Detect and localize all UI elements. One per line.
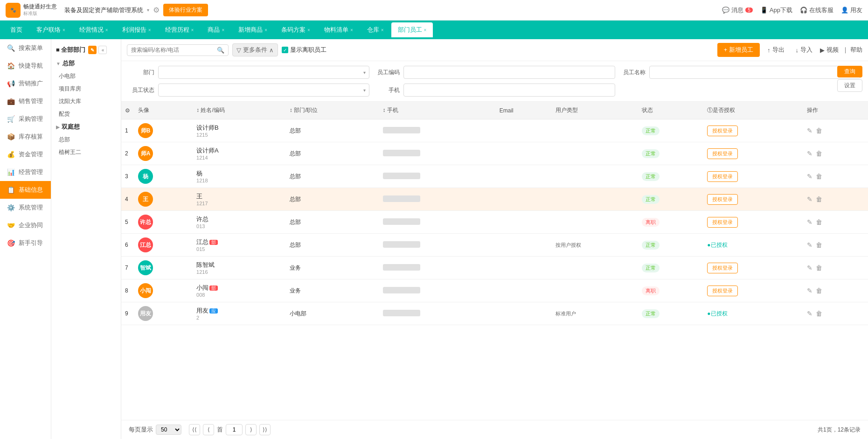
edit-icon[interactable]: ✎ [807, 150, 812, 157]
th-phone[interactable]: ↕ 手机 [379, 102, 496, 119]
tab-close-icon[interactable]: × [222, 28, 224, 33]
delete-icon[interactable]: 🗑 [816, 287, 822, 294]
auth-btn[interactable]: 授权登录 [707, 194, 738, 205]
left-nav-item-enterprise[interactable]: 🤝企业协同 [0, 216, 51, 234]
left-nav-item-search[interactable]: 🔍搜索菜单 [0, 39, 51, 57]
phone-input[interactable] [403, 84, 615, 97]
left-nav-item-inventory[interactable]: 📦库存核算 [0, 128, 51, 146]
user-area[interactable]: 👤 用友 [841, 6, 862, 14]
export-btn[interactable]: ↑ 导出 [764, 44, 788, 56]
dept-edit-icon[interactable]: ✎ [88, 46, 97, 54]
dept-item-xiaodianbu[interactable]: 小电部 [51, 70, 121, 83]
delete-icon[interactable]: 🗑 [816, 195, 822, 203]
dept-item-zhishuwanger[interactable]: 植树王二 [51, 146, 121, 159]
page-number-input[interactable] [226, 424, 243, 435]
auth-btn[interactable]: 授权登录 [707, 171, 738, 182]
code-input[interactable] [403, 66, 615, 79]
edit-icon[interactable]: ✎ [807, 173, 812, 180]
delete-icon[interactable]: 🗑 [816, 150, 822, 157]
import-btn[interactable]: ↓ 导入 [792, 44, 817, 56]
show-resigned-check[interactable]: ✓ 显示离职员工 [282, 46, 326, 54]
view-btn[interactable]: ▶ 视频 [820, 46, 839, 54]
dept-group-shuangtingxiang[interactable]: ▶ 双庭想 [51, 120, 121, 133]
left-nav-item-system[interactable]: ⚙️系统管理 [0, 199, 51, 216]
edit-icon[interactable]: ✎ [807, 264, 812, 272]
dept-item-shenyangdaku[interactable]: 沈阳大库 [51, 95, 121, 108]
delete-icon[interactable]: 🗑 [816, 310, 822, 317]
prev-page-btn[interactable]: ⟨ [203, 424, 214, 435]
left-nav-item-basicinfo[interactable]: 📋基础信息 [0, 181, 51, 199]
edit-icon[interactable]: ✎ [807, 218, 812, 226]
left-nav-item-guide[interactable]: 🎯新手引导 [0, 234, 51, 252]
tab-close-icon[interactable]: × [105, 28, 108, 33]
delete-icon[interactable]: 🗑 [816, 218, 822, 226]
auth-btn[interactable]: 授权登录 [707, 286, 738, 296]
status-select[interactable] [158, 84, 369, 97]
auth-btn[interactable]: 授权登录 [707, 125, 738, 136]
left-nav-item-sales[interactable]: 💼销售管理 [0, 92, 51, 110]
delete-icon[interactable]: 🗑 [816, 241, 822, 249]
tab-close-icon[interactable]: × [264, 28, 267, 33]
nav-tab-客户联络[interactable]: 客户联络 × [30, 22, 72, 37]
nav-tab-条码方案[interactable]: 条码方案 × [275, 22, 317, 37]
auth-btn[interactable]: 授权登录 [707, 217, 738, 228]
dept-item-xiangmukufang[interactable]: 项目库房 [51, 83, 121, 95]
dept-group-zongbu[interactable]: ▼ 总部 [51, 57, 121, 70]
tab-close-icon[interactable]: × [191, 28, 194, 33]
search-input[interactable] [131, 47, 215, 53]
nav-tab-首页[interactable]: 首页 [4, 22, 29, 37]
system-dropdown-icon[interactable]: ▾ [147, 7, 149, 13]
edit-icon[interactable]: ✎ [807, 241, 812, 249]
tab-close-icon[interactable]: × [424, 28, 427, 33]
next-page-btn[interactable]: ⟩ [245, 424, 257, 435]
nav-tab-利润报告[interactable]: 利润报告 × [116, 22, 158, 37]
first-page-btn[interactable]: ⟨⟨ [189, 424, 200, 435]
trial-btn[interactable]: 体验行业方案 [163, 4, 208, 16]
nav-tab-经营情况[interactable]: 经营情况 × [73, 22, 115, 37]
tab-close-icon[interactable]: × [381, 28, 384, 33]
left-nav-item-purchase[interactable]: 🛒采购管理 [0, 110, 51, 128]
help-btn[interactable]: ｜ 帮助 [842, 46, 862, 54]
delete-icon[interactable]: 🗑 [816, 264, 822, 272]
add-employee-btn[interactable]: + 新增员工 [717, 43, 760, 57]
edit-icon[interactable]: ✎ [807, 310, 812, 317]
left-nav-item-quicknav[interactable]: 🏠快捷导航 [0, 57, 51, 75]
online-service-btn[interactable]: 🎧 在线客服 [800, 6, 833, 14]
edit-icon[interactable]: ✎ [807, 195, 812, 203]
query-btn[interactable]: 查询 [837, 66, 862, 77]
nav-tab-部门员工[interactable]: 部门员工 × [391, 22, 433, 37]
name-input[interactable] [649, 66, 861, 79]
dept-item-peihuo[interactable]: 配货 [51, 108, 121, 120]
dept-item-zongbu2[interactable]: 总部 [51, 133, 121, 146]
th-settings[interactable]: ⚙ [121, 102, 134, 119]
app-download-btn[interactable]: 📱 App下载 [760, 6, 792, 14]
dept-select[interactable] [158, 66, 369, 79]
tab-close-icon[interactable]: × [350, 28, 353, 33]
auth-btn[interactable]: 授权登录 [707, 263, 738, 273]
th-name[interactable]: ↕ 姓名/编码 [193, 102, 286, 119]
left-nav-item-finance[interactable]: 💰资金管理 [0, 146, 51, 163]
auth-btn[interactable]: 授权登录 [707, 148, 738, 159]
tab-close-icon[interactable]: × [148, 28, 151, 33]
nav-tab-仓库[interactable]: 仓库 × [361, 22, 390, 37]
nav-tab-新增商品[interactable]: 新增商品 × [232, 22, 274, 37]
per-page-select[interactable]: 50 100 200 [156, 425, 181, 435]
dept-collapse-btn[interactable]: « [98, 46, 107, 54]
delete-icon[interactable]: 🗑 [816, 173, 822, 180]
nav-tab-经营历程[interactable]: 经营历程 × [159, 22, 201, 37]
tab-close-icon[interactable]: × [62, 28, 65, 33]
settings-icon[interactable]: ⚙ [153, 6, 160, 14]
left-nav-item-marketing[interactable]: 📢营销推广 [0, 75, 51, 92]
tab-close-icon[interactable]: × [307, 28, 310, 33]
nav-tab-物料清单[interactable]: 物料清单 × [318, 22, 360, 37]
reset-btn[interactable]: 设置 [837, 79, 862, 92]
edit-icon[interactable]: ✎ [807, 287, 812, 294]
last-page-btn[interactable]: ⟩⟩ [259, 424, 271, 435]
delete-icon[interactable]: 🗑 [816, 127, 822, 134]
edit-icon[interactable]: ✎ [807, 127, 812, 134]
more-filter-btn[interactable]: ▽ 更多条件 ∧ [232, 43, 278, 56]
left-nav-item-operations[interactable]: 📊经营管理 [0, 163, 51, 181]
th-dept[interactable]: ↕ 部门/职位 [286, 102, 379, 119]
nav-tab-商品[interactable]: 商品 × [201, 22, 231, 37]
messages-btn[interactable]: 💬 消息 5 [722, 6, 753, 14]
